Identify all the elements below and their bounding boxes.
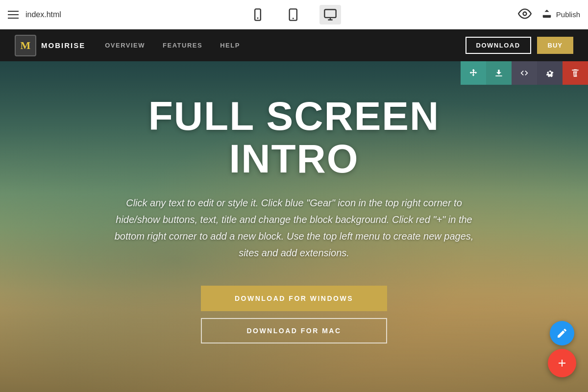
code-icon	[519, 68, 529, 78]
download-windows-button[interactable]: DOWNLOAD FOR WINDOWS	[201, 286, 387, 311]
logo-icon: M	[15, 35, 36, 56]
cloud-upload-icon	[541, 8, 552, 19]
tablet-icon	[287, 8, 301, 22]
svg-rect-4	[324, 9, 336, 17]
desktop-view-button[interactable]	[319, 5, 341, 24]
desktop-icon	[323, 8, 337, 22]
download-mac-button[interactable]: DOWNLOAD FOR MAC	[201, 318, 387, 343]
top-toolbar: index.html	[0, 0, 588, 29]
nav-overview[interactable]: OVERVIEW	[105, 42, 145, 49]
block-toolbar	[461, 61, 588, 85]
publish-button[interactable]: Publish	[541, 8, 580, 21]
block-save-button[interactable]	[486, 61, 512, 85]
tablet-view-button[interactable]	[283, 5, 305, 24]
hero-subtitle[interactable]: Click any text to edit or style it. Clic…	[110, 195, 478, 261]
hero-section: FULL SCREEN INTRO Click any text to edit…	[0, 61, 588, 392]
block-delete-button[interactable]	[563, 61, 588, 85]
hero-content: FULL SCREEN INTRO Click any text to edit…	[61, 95, 527, 343]
eye-icon	[518, 7, 532, 21]
block-move-button[interactable]	[461, 61, 486, 85]
nav-download-button[interactable]: DOWNLOAD	[466, 37, 531, 54]
preview-area: M MOBIRISE OVERVIEW FEATURES HELP DOWNLO…	[0, 29, 588, 392]
download-icon	[494, 68, 504, 78]
fab-edit-button[interactable]	[550, 321, 574, 345]
hero-title[interactable]: FULL SCREEN INTRO	[110, 95, 478, 179]
gear-icon	[545, 68, 555, 78]
arrows-icon	[468, 68, 478, 78]
top-bar-right: Publish	[518, 7, 580, 23]
preview-button[interactable]	[518, 7, 532, 23]
plus-icon	[556, 357, 568, 369]
publish-label: Publish	[556, 10, 580, 19]
hero-buttons: DOWNLOAD FOR WINDOWS DOWNLOAD FOR MAC	[110, 286, 478, 343]
file-name: index.html	[25, 10, 61, 19]
brand-name: MOBIRISE	[41, 41, 85, 49]
pencil-icon	[556, 327, 568, 339]
nav-help[interactable]: HELP	[220, 42, 240, 49]
fab-add-button[interactable]	[548, 349, 576, 377]
trash-icon	[570, 68, 580, 78]
top-bar-left: index.html	[8, 10, 61, 19]
mobirise-navbar: M MOBIRISE OVERVIEW FEATURES HELP DOWNLO…	[0, 29, 588, 61]
mobile-view-button[interactable]	[247, 5, 269, 24]
upload-icon	[541, 8, 552, 21]
nav-links: OVERVIEW FEATURES HELP	[105, 42, 465, 49]
nav-features[interactable]: FEATURES	[163, 42, 202, 49]
svg-point-7	[523, 12, 526, 15]
menu-button[interactable]	[8, 11, 19, 19]
nav-buy-button[interactable]: BUY	[537, 37, 573, 54]
block-code-button[interactable]	[512, 61, 537, 85]
block-settings-button[interactable]	[537, 61, 563, 85]
mobile-icon	[251, 8, 265, 22]
device-switcher	[247, 5, 341, 24]
mobirise-logo: M MOBIRISE	[15, 35, 85, 56]
